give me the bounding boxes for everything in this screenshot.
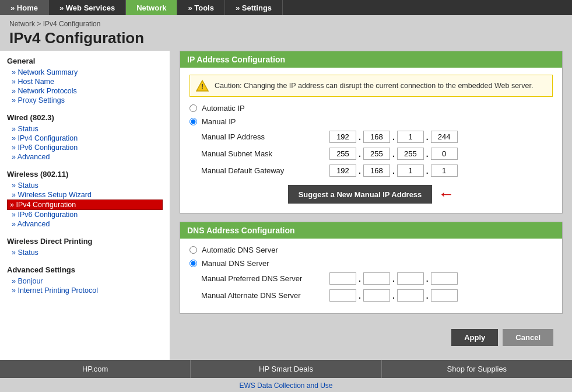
gateway-octet-1[interactable] bbox=[329, 164, 356, 177]
sidebar-link[interactable]: » Network Summary bbox=[7, 68, 163, 77]
right-content: IP Address Configuration ! Caution: Chan… bbox=[170, 51, 572, 360]
alternate-dns-octet-2[interactable] bbox=[363, 289, 390, 302]
sidebar-link[interactable]: » IPv6 Configuration bbox=[7, 143, 163, 152]
sidebar-link[interactable]: » Proxy Settings bbox=[7, 96, 163, 105]
auto-dns-row[interactable]: Automatic DNS Server bbox=[190, 246, 553, 254]
manual-ip-address-label: Manual IP Address bbox=[201, 132, 329, 141]
manual-dns-radio[interactable] bbox=[190, 260, 197, 267]
alternate-dns-row: Manual Alternate DNS Server . . . bbox=[190, 289, 553, 302]
manual-subnet-label: Manual Subnet Mask bbox=[201, 149, 329, 158]
sidebar-link[interactable]: » Network Protocols bbox=[7, 86, 163, 96]
manual-dns-row[interactable]: Manual DNS Server bbox=[190, 259, 553, 268]
manual-gateway-label: Manual Default Gateway bbox=[201, 166, 329, 175]
footer-link-item[interactable]: Shop for Supplies bbox=[382, 360, 572, 378]
preferred-dns-fields: . . . bbox=[329, 272, 458, 285]
ip-octet-4[interactable] bbox=[431, 131, 458, 143]
sidebar: General» Network Summary» Host Name» Net… bbox=[0, 51, 170, 360]
nav-item-network[interactable]: Network bbox=[126, 0, 177, 15]
manual-ip-radio[interactable] bbox=[190, 118, 197, 125]
warning-icon: ! bbox=[196, 79, 209, 92]
sidebar-link[interactable]: » Internet Printing Protocol bbox=[7, 286, 163, 295]
ip-octet-1[interactable] bbox=[329, 131, 356, 143]
automatic-ip-label[interactable]: Automatic IP bbox=[202, 104, 245, 113]
nav-item-_tools[interactable]: » Tools bbox=[177, 0, 225, 15]
sidebar-link[interactable]: » Bonjour bbox=[7, 276, 163, 286]
nav-item-_home[interactable]: » Home bbox=[0, 0, 49, 15]
preferred-dns-row: Manual Preferred DNS Server . . . bbox=[190, 272, 553, 285]
action-row: Apply Cancel bbox=[180, 322, 563, 351]
suggest-row: Suggest a New Manual IP Address ← bbox=[190, 185, 553, 204]
preferred-dns-octet-4[interactable] bbox=[431, 272, 458, 285]
subnet-octet-3[interactable] bbox=[397, 148, 424, 160]
subnet-octet-1[interactable] bbox=[329, 148, 356, 160]
page-title: IPv4 Configuration bbox=[9, 29, 563, 47]
footer-link-item[interactable]: HP.com bbox=[0, 360, 191, 378]
alternate-dns-octet-1[interactable] bbox=[329, 289, 356, 302]
sidebar-link[interactable]: » IPv4 Configuration bbox=[7, 200, 163, 210]
top-nav: » Home» Web ServicesNetwork» Tools» Sett… bbox=[0, 0, 572, 15]
dns-section-body: Automatic DNS Server Manual DNS Server M… bbox=[180, 239, 562, 313]
manual-ip-address-fields: . . . bbox=[329, 131, 458, 143]
manual-dns-label[interactable]: Manual DNS Server bbox=[202, 259, 269, 268]
sidebar-section-title: Wireless (802.11) bbox=[7, 170, 163, 178]
nav-item-_web_services[interactable]: » Web Services bbox=[49, 0, 126, 15]
ip-section-header: IP Address Configuration bbox=[180, 51, 562, 68]
caution-text: Caution: Changing the IP address can dis… bbox=[215, 82, 533, 90]
preferred-dns-octet-3[interactable] bbox=[397, 272, 424, 285]
preferred-dns-octet-1[interactable] bbox=[329, 272, 356, 285]
preferred-dns-octet-2[interactable] bbox=[363, 272, 390, 285]
sidebar-section-title: Wireless Direct Printing bbox=[7, 237, 163, 246]
gateway-octet-2[interactable] bbox=[363, 164, 390, 177]
sidebar-link[interactable]: » Wireless Setup Wizard bbox=[7, 190, 163, 200]
footer-links: HP.comHP Smart DealsShop for Supplies bbox=[0, 360, 572, 378]
ip-address-section: IP Address Configuration ! Caution: Chan… bbox=[180, 51, 563, 214]
sidebar-link[interactable]: » Advanced bbox=[7, 152, 163, 162]
suggest-button[interactable]: Suggest a New Manual IP Address bbox=[288, 185, 433, 204]
footer-link-item[interactable]: HP Smart Deals bbox=[191, 360, 381, 378]
manual-ip-address-row: Manual IP Address . . . bbox=[190, 131, 553, 143]
automatic-ip-radio[interactable] bbox=[190, 104, 197, 112]
sidebar-link[interactable]: » Advanced bbox=[7, 219, 163, 229]
subnet-octet-2[interactable] bbox=[363, 148, 390, 160]
alternate-dns-label: Manual Alternate DNS Server bbox=[201, 291, 329, 300]
title-area: Network > IPv4 Configuration IPv4 Config… bbox=[0, 15, 572, 51]
sidebar-link[interactable]: » Status bbox=[7, 181, 163, 190]
cancel-button[interactable]: Cancel bbox=[503, 329, 553, 346]
sidebar-section-title: Advanced Settings bbox=[7, 265, 163, 274]
sidebar-link[interactable]: » IPv6 Configuration bbox=[7, 210, 163, 219]
ip-section-body: ! Caution: Changing the IP address can d… bbox=[180, 68, 562, 213]
ip-octet-2[interactable] bbox=[363, 131, 390, 143]
breadcrumb: Network > IPv4 Configuration bbox=[9, 20, 563, 28]
sidebar-link[interactable]: » Host Name bbox=[7, 77, 163, 86]
alternate-dns-fields: . . . bbox=[329, 289, 458, 302]
gateway-octet-3[interactable] bbox=[397, 164, 424, 177]
ip-octet-3[interactable] bbox=[397, 131, 424, 143]
sidebar-section-title: General bbox=[7, 57, 163, 65]
manual-subnet-row: Manual Subnet Mask . . . bbox=[190, 148, 553, 160]
alternate-dns-octet-3[interactable] bbox=[397, 289, 424, 302]
sidebar-link[interactable]: » Status bbox=[7, 248, 163, 257]
preferred-dns-label: Manual Preferred DNS Server bbox=[201, 274, 329, 283]
apply-button[interactable]: Apply bbox=[451, 329, 498, 346]
dns-section-header: DNS Address Configuration bbox=[180, 222, 562, 239]
manual-subnet-fields: . . . bbox=[329, 148, 458, 160]
automatic-ip-row[interactable]: Automatic IP bbox=[190, 104, 553, 113]
alternate-dns-octet-4[interactable] bbox=[431, 289, 458, 302]
content-wrapper: General» Network Summary» Host Name» Net… bbox=[0, 51, 572, 360]
ews-link[interactable]: EWS Data Collection and Use bbox=[239, 382, 332, 390]
manual-ip-label[interactable]: Manual IP bbox=[202, 117, 236, 126]
manual-gateway-row: Manual Default Gateway . . . bbox=[190, 164, 553, 177]
dns-address-section: DNS Address Configuration Automatic DNS … bbox=[180, 222, 563, 314]
svg-text:!: ! bbox=[201, 83, 203, 91]
sidebar-link[interactable]: » Status bbox=[7, 124, 163, 134]
gateway-octet-4[interactable] bbox=[431, 164, 458, 177]
footer-bottom: EWS Data Collection and Use bbox=[0, 378, 572, 391]
subnet-octet-4[interactable] bbox=[431, 148, 458, 160]
auto-dns-radio[interactable] bbox=[190, 246, 197, 254]
auto-dns-label[interactable]: Automatic DNS Server bbox=[202, 246, 278, 254]
caution-row: ! Caution: Changing the IP address can d… bbox=[190, 75, 553, 97]
sidebar-link[interactable]: » IPv4 Configuration bbox=[7, 134, 163, 143]
red-arrow-annotation: ← bbox=[438, 185, 454, 204]
nav-item-_settings[interactable]: » Settings bbox=[225, 0, 283, 15]
manual-ip-row[interactable]: Manual IP bbox=[190, 117, 553, 126]
